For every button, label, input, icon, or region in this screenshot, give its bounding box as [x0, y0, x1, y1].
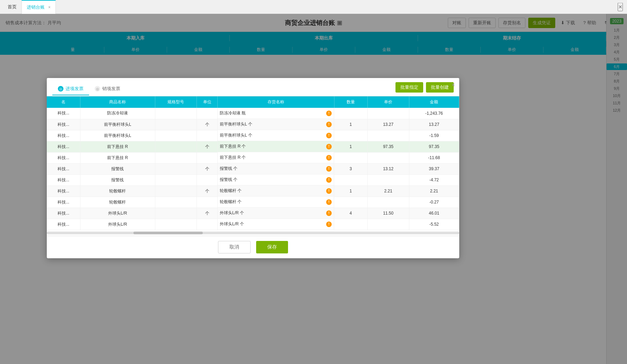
dialog-footer: 取消 保存 — [47, 236, 459, 258]
table-row: 科技...前下悬挂 R个前下悬挂 R 个!197.3597.35 — [47, 141, 459, 152]
dialog-close-button[interactable]: × — [451, 81, 455, 89]
table-row: 科技...前下悬挂 R前下悬挂 R 个!-11.68 — [47, 152, 459, 163]
top-bar: 首页 进销台账 × × — [0, 0, 627, 14]
horizontal-scrollbar[interactable] — [47, 232, 459, 234]
table-header-row: 名 商品名称 规格型号 单位 存货名称 数量 单价 金额 — [47, 96, 459, 108]
table-row: 科技...外球头L/R外球头L/R 个!-5.52 — [47, 219, 459, 230]
xiaoxiang-tab-label: 销项发票 — [102, 86, 120, 92]
warning-icon: ! — [326, 177, 332, 183]
batch-assign-button[interactable]: 批量指定 — [395, 82, 423, 93]
table-row: 科技...轮毂螺杆轮毂螺杆 个!-0.27 — [47, 197, 459, 208]
warning-icon: ! — [326, 188, 332, 194]
dialog-header: ◎ 进项发票 ◎ 销项发票 批量指定 批量创建 × — [47, 78, 459, 96]
dialog-table-body: 科技...防冻冷却液防冻冷却液 瓶!-1,243.76科技...前平衡杆球头L个… — [47, 108, 459, 230]
th-amount: 金额 — [409, 96, 459, 108]
warning-icon: ! — [326, 222, 332, 227]
scrollbar-thumb[interactable] — [133, 232, 203, 234]
th-spec: 规格型号 — [155, 96, 197, 108]
th-qty: 数量 — [334, 96, 367, 108]
tab-close-icon[interactable]: × — [48, 5, 51, 10]
dialog-header-actions: 批量指定 批量创建 — [395, 82, 454, 96]
window-close-button[interactable]: × — [618, 2, 623, 11]
stock-name-text: 前下悬挂 R 个 — [220, 144, 246, 149]
stock-name-text: 报警线 个 — [220, 177, 237, 183]
jinxiang-tab-label: 进项发票 — [66, 86, 84, 92]
save-button[interactable]: 保存 — [256, 241, 288, 253]
main-area: 销售成本计算方法： 月平均 商贸企业进销台账 ▣ 对账 重新开账 存货别名 生成… — [0, 14, 627, 364]
stock-name-text: 防冻冷却液 瓶 — [220, 110, 246, 116]
warning-icon: ! — [326, 122, 332, 127]
stock-name-text: 外球头L/R 个 — [220, 210, 244, 216]
batch-create-button[interactable]: 批量创建 — [426, 82, 454, 93]
warning-icon: ! — [326, 166, 332, 172]
table-row: 科技...防冻冷却液防冻冷却液 瓶!-1,243.76 — [47, 108, 459, 119]
dialog-table-container[interactable]: 名 商品名称 规格型号 单位 存货名称 数量 单价 金额 科技...防冻冷却液防… — [47, 96, 459, 230]
dialog-tabs: ◎ 进项发票 ◎ 销项发票 — [52, 83, 126, 95]
th-stock-name: 存货名称 — [218, 96, 334, 108]
table-row: 科技...前平衡杆球头L个前平衡杆球头L 个!113.2713.27 — [47, 119, 459, 130]
warning-icon: ! — [326, 155, 332, 161]
tab-home[interactable]: 首页 — [3, 0, 21, 14]
th-product-name: 商品名称 — [80, 96, 155, 108]
tab-jinxiang[interactable]: ◎ 进项发票 — [52, 83, 89, 95]
th-company: 名 — [47, 96, 80, 108]
table-row: 科技...前平衡杆球头L前平衡杆球头L 个!-1.59 — [47, 130, 459, 141]
tab-active[interactable]: 进销台账 × — [21, 0, 56, 14]
stock-name-text: 报警线 个 — [220, 166, 237, 172]
xiaoxiang-tab-icon: ◎ — [95, 86, 100, 92]
warning-icon: ! — [326, 144, 332, 149]
warning-icon: ! — [326, 210, 332, 216]
table-row: 科技...报警线个报警线 个!313.1239.37 — [47, 163, 459, 174]
stock-name-text: 轮毂螺杆 个 — [220, 188, 242, 194]
table-row: 科技...轮毂螺杆个轮毂螺杆 个!12.212.21 — [47, 185, 459, 197]
table-row: 科技...外球头L/R个外球头L/R 个!411.5046.01 — [47, 208, 459, 219]
cancel-button[interactable]: 取消 — [218, 241, 251, 253]
th-unit: 单位 — [197, 96, 218, 108]
tab-xiaoxiang[interactable]: ◎ 销项发票 — [89, 83, 126, 95]
stock-name-text: 前下悬挂 R 个 — [220, 155, 246, 161]
warning-icon: ! — [326, 111, 332, 116]
table-row: 科技...报警线报警线 个!-4.72 — [47, 174, 459, 185]
stock-name-text: 前平衡杆球头L 个 — [220, 121, 252, 127]
warning-icon: ! — [326, 199, 332, 205]
jinxiang-tab-icon: ◎ — [58, 86, 63, 92]
stock-name-text: 轮毂螺杆 个 — [220, 199, 242, 205]
tab-active-label: 进销台账 — [27, 4, 45, 10]
stock-name-text: 外球头L/R 个 — [220, 221, 244, 227]
th-price: 单价 — [367, 96, 409, 108]
stock-name-text: 前平衡杆球头L 个 — [220, 132, 252, 138]
warning-icon: ! — [326, 133, 332, 138]
dialog-table: 名 商品名称 规格型号 单位 存货名称 数量 单价 金额 科技...防冻冷却液防… — [47, 96, 459, 230]
dialog: ◎ 进项发票 ◎ 销项发票 批量指定 批量创建 × 名 商品名称 — [47, 78, 459, 258]
